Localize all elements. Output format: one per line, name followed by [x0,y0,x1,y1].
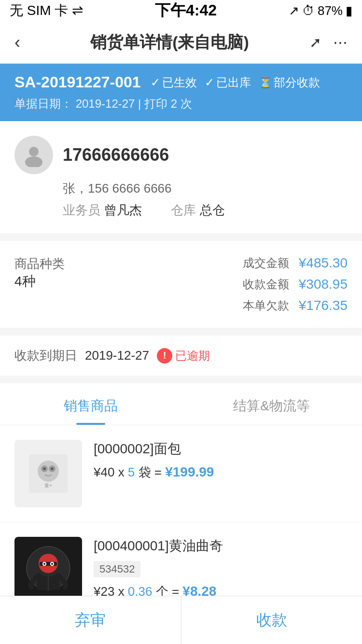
summary-section: 商品种类 4种 成交金额 ¥485.30 收款金额 ¥308.95 本单欠款 ¥… [0,241,362,328]
order-date-row: 单据日期： 2019-12-27 | 打印 2 次 [14,96,348,112]
tab-sales-goods[interactable]: 销售商品 [0,383,181,425]
debt-label: 本单欠款 [243,298,289,313]
order-header-banner: SA-20191227-001 ✓ 已生效 ✓ 已出库 ⏳ 部分收款 单据日期：… [0,64,362,121]
more-icon[interactable]: ⋯ [333,34,348,51]
category-value: 4种 [14,272,65,291]
received-value: ¥308.95 [299,277,348,292]
svg-point-16 [51,563,53,565]
debt-row: 本单欠款 ¥176.35 [243,298,348,313]
cookie-product-image: diamond whale [14,537,82,604]
category-label: 商品种类 [14,255,65,272]
avatar [14,136,53,174]
order-id-row: SA-20191227-001 ✓ 已生效 ✓ 已出库 ⏳ 部分收款 [14,73,348,91]
amount-value: ¥485.30 [299,255,348,271]
alarm-icon: ⏱ [302,3,315,18]
sales-meta: 业务员 曾凡杰 [63,202,142,219]
svg-point-15 [43,563,45,565]
bottom-bar: 弃审 收款 [0,596,362,644]
svg-rect-12 [40,562,57,566]
check-icon-1: ✓ [151,76,160,89]
confirm-button[interactable]: 收款 [181,596,362,644]
table-row: 量+ [0000002]面包 ¥40 x 5 袋 = ¥199.99 [0,425,362,522]
warehouse-meta: 仓库 总仓 [171,202,225,219]
product-list: 量+ [0000002]面包 ¥40 x 5 袋 = ¥199.99 [0,425,362,619]
share-icon[interactable]: ➚ [309,34,321,51]
product-image-2: diamond whale [14,537,82,604]
customer-name-phone: 张，156 6666 6666 [14,180,348,197]
overdue-badge: ! 已逾期 [157,348,210,364]
status-right: ↗ ⏱ 87% ▮ [289,3,352,18]
order-id: SA-20191227-001 [14,73,141,91]
due-label: 收款到期日 [14,347,77,364]
check-icon-2: ✓ [205,76,214,89]
product-price-1: ¥40 x 5 袋 = ¥199.99 [94,464,348,481]
received-row: 收款金额 ¥308.95 [243,277,348,292]
status-bar: 无 SIM 卡 ⇌ 下午4:42 ↗ ⏱ 87% ▮ [0,0,362,21]
amount-info: 成交金额 ¥485.30 收款金额 ¥308.95 本单欠款 ¥176.35 [243,255,348,313]
product-name-1: [0000002]面包 [94,440,348,458]
svg-text:量+: 量+ [44,483,52,488]
status-time: 下午4:42 [155,0,217,21]
debt-value: ¥176.35 [299,298,348,313]
clock-icon: ⏳ [259,76,272,89]
category-info: 商品种类 4种 [14,255,65,291]
svg-point-7 [51,467,54,470]
person-icon [22,143,46,167]
status-badges: ✓ 已生效 ✓ 已出库 ⏳ 部分收款 [151,75,320,90]
due-date: 2019-12-27 [85,348,149,363]
overdue-text: 已逾期 [175,348,210,364]
customer-section: 17666666666 张，156 6666 6666 业务员 曾凡杰 仓库 总… [0,121,362,233]
customer-meta: 业务员 曾凡杰 仓库 总仓 [14,202,348,219]
nav-bar: ‹ 销货单详情(来自电脑) ➚ ⋯ [0,21,362,64]
badge-effective: ✓ 已生效 [151,75,197,90]
overdue-icon: ! [157,348,172,364]
product-image-1: 量+ [14,440,82,507]
customer-phone: 17666666666 [63,145,169,165]
product-qty-1: 5 [128,465,135,479]
location-icon: ↗ [289,3,299,18]
status-left: 无 SIM 卡 ⇌ [10,1,83,20]
tab-settlement[interactable]: 结算&物流等 [181,383,362,425]
svg-point-3 [38,461,59,482]
bread-icon: 量+ [29,454,68,493]
product-total-1: ¥199.99 [165,464,214,479]
badge-shipped: ✓ 已出库 [205,75,251,90]
cancel-button[interactable]: 弃审 [0,596,181,644]
battery-level: 87% [318,3,343,18]
svg-point-0 [29,147,39,156]
amount-label: 成交金额 [243,255,289,271]
due-date-section: 收款到期日 2019-12-27 ! 已逾期 [0,336,362,376]
svg-point-1 [25,156,42,167]
nav-actions: ➚ ⋯ [309,34,348,51]
badge-partial: ⏳ 部分收款 [259,75,320,90]
product-info-1: [0000002]面包 ¥40 x 5 袋 = ¥199.99 [94,440,348,507]
received-label: 收款金额 [243,277,289,292]
battery-icon: ▮ [346,3,352,18]
tabs: 销售商品 结算&物流等 [0,383,362,425]
page-title: 销货单详情(来自电脑) [30,31,309,54]
product-name-2: [000400001]黄油曲奇 [94,537,348,555]
svg-point-6 [43,467,46,470]
product-info-2: [000400001]黄油曲奇 534532 ¥23 x 0.36 个 = ¥8… [94,537,348,604]
back-button[interactable]: ‹ [14,32,30,53]
amount-row: 成交金额 ¥485.30 [243,255,348,271]
customer-top: 17666666666 [14,136,348,174]
product-tag-2: 534532 [94,561,140,577]
bread-placeholder: 量+ [14,440,82,507]
